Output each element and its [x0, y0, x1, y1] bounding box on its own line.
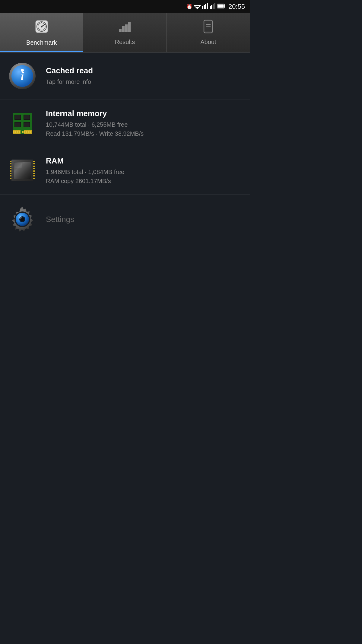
cached-read-subtitle: Tap for more info — [46, 77, 243, 86]
content-area: i Cached read Tap for more info — [0, 52, 250, 244]
svg-rect-70 — [33, 170, 35, 172]
ram-item[interactable]: RAM 1,946MB total · 1,084MB free RAM cop… — [0, 147, 250, 195]
cached-read-title: Cached read — [46, 66, 243, 75]
svg-rect-45 — [15, 122, 21, 127]
svg-rect-9 — [211, 5, 212, 9]
svg-rect-59 — [10, 163, 11, 164]
results-tab-label: Results — [115, 39, 135, 46]
wifi-icon — [194, 3, 201, 10]
about-tab-label: About — [200, 39, 216, 46]
svg-rect-61 — [10, 168, 11, 169]
ram-subtitle1: 1,946MB total · 1,084MB free — [46, 167, 243, 176]
svg-rect-60 — [10, 166, 11, 167]
internal-memory-text: Internal memory 10,744MB total · 6,255MB… — [46, 109, 243, 138]
internal-memory-subtitle2: Read 131.79MB/s · Write 38.92MB/s — [46, 129, 243, 138]
svg-rect-75 — [14, 163, 22, 168]
svg-rect-58 — [10, 161, 11, 162]
svg-rect-23 — [119, 29, 122, 32]
svg-rect-63 — [10, 173, 11, 174]
internal-memory-subtitle1: 10,744MB total · 6,255MB free — [46, 120, 243, 129]
tab-results[interactable]: Results — [83, 13, 166, 52]
benchmark-tab-label: Benchmark — [26, 39, 57, 46]
svg-rect-53 — [24, 131, 25, 133]
svg-rect-66 — [33, 161, 35, 162]
svg-rect-7 — [207, 3, 208, 9]
svg-rect-6 — [205, 4, 206, 9]
alarm-icon: ⏰ — [186, 4, 192, 10]
svg-rect-13 — [224, 5, 225, 7]
svg-point-19 — [41, 26, 43, 27]
svg-rect-11 — [214, 3, 215, 9]
svg-rect-25 — [125, 24, 128, 32]
svg-rect-47 — [24, 122, 30, 127]
settings-title: Settings — [46, 215, 243, 224]
svg-rect-56 — [30, 131, 31, 133]
svg-rect-26 — [128, 22, 131, 32]
svg-line-22 — [38, 24, 38, 25]
tab-benchmark[interactable]: Benchmark — [0, 13, 83, 52]
about-icon — [202, 20, 215, 36]
svg-rect-8 — [210, 6, 211, 9]
svg-rect-64 — [10, 175, 11, 176]
ram-icon — [7, 156, 37, 186]
ram-title: RAM — [46, 156, 243, 166]
svg-line-21 — [45, 24, 46, 25]
svg-rect-62 — [10, 170, 11, 172]
svg-rect-72 — [33, 175, 35, 176]
settings-text: Settings — [46, 215, 243, 224]
svg-point-36 — [21, 69, 24, 72]
battery-icon — [217, 4, 226, 10]
cached-read-item[interactable]: i Cached read Tap for more info — [0, 52, 250, 100]
internal-memory-title: Internal memory — [46, 109, 243, 118]
svg-rect-69 — [33, 168, 35, 169]
memory-icon — [7, 108, 37, 138]
svg-rect-54 — [26, 131, 27, 133]
svg-rect-73 — [33, 178, 35, 179]
results-icon — [118, 20, 132, 36]
svg-rect-41 — [15, 115, 21, 119]
status-bar: ⏰ — [0, 0, 250, 13]
benchmark-icon — [34, 19, 49, 37]
signal1-icon — [202, 3, 208, 10]
svg-rect-24 — [122, 26, 125, 32]
svg-rect-68 — [33, 166, 35, 167]
svg-rect-5 — [204, 5, 205, 9]
status-time: 20:55 — [228, 3, 245, 11]
svg-rect-65 — [10, 178, 11, 179]
svg-rect-10 — [213, 4, 214, 9]
cached-read-text: Cached read Tap for more info — [46, 66, 243, 86]
ram-subtitle2: RAM copy 2601.17MB/s — [46, 176, 243, 186]
svg-rect-52 — [22, 131, 24, 133]
svg-rect-43 — [24, 115, 30, 119]
cached-read-icon: i — [7, 61, 37, 91]
status-icons: ⏰ — [186, 3, 245, 11]
tab-bar: Benchmark Results — [0, 13, 250, 52]
svg-rect-4 — [202, 6, 203, 9]
svg-rect-67 — [33, 163, 35, 164]
tab-about[interactable]: About — [167, 13, 250, 52]
ram-text: RAM 1,946MB total · 1,084MB free RAM cop… — [46, 156, 243, 186]
svg-rect-49 — [15, 131, 16, 133]
svg-rect-51 — [19, 131, 20, 133]
settings-item[interactable]: Settings — [0, 195, 250, 244]
internal-memory-item[interactable]: Internal memory 10,744MB total · 6,255MB… — [0, 100, 250, 147]
svg-rect-14 — [218, 5, 224, 8]
svg-rect-71 — [33, 173, 35, 174]
svg-point-80 — [19, 216, 22, 219]
signal2-icon — [210, 3, 216, 10]
settings-icon — [7, 204, 37, 234]
svg-rect-50 — [17, 131, 18, 133]
svg-rect-48 — [13, 131, 14, 133]
svg-rect-55 — [28, 131, 29, 133]
